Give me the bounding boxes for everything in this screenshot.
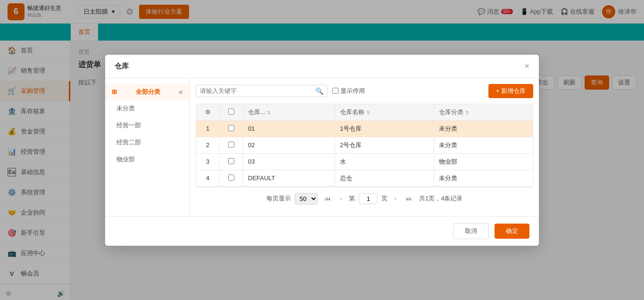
sort-code-icon: ⇅ [267,110,271,115]
sort-name-icon: ⇅ [366,110,370,115]
category-panel: ⊞ 全部分类 « 未分类 经营一部 经营二部 物业部 [105,78,190,216]
next-page-button[interactable]: › [391,194,399,203]
all-categories-button[interactable]: ⊞ 全部分类 « [105,84,190,100]
col-gear: ⚙ [196,104,220,120]
table-wrapper: ⚙ 仓库... ⇅ 仓库名称 ⇅ [196,104,533,187]
cancel-button[interactable]: 取消 [453,223,489,239]
col-code: 仓库... ⇅ [243,104,335,120]
modal-overlay: 仓库 × ⊞ 全部分类 « 未分类 经营一部 经营二部 物业部 [0,0,644,300]
row-code-3: 03 [243,153,335,170]
collapse-icon[interactable]: « [179,88,183,96]
page-input[interactable] [359,193,378,204]
prev-page-button[interactable]: ‹ [338,194,346,203]
row-gear-2: 2 [196,137,220,153]
table-header-row: ⚙ 仓库... ⇅ 仓库名称 ⇅ [196,104,533,120]
row-check-1[interactable] [220,120,243,137]
row-check-4[interactable] [220,170,243,186]
category-item-3[interactable]: 物业部 [105,151,190,168]
warehouse-table: ⚙ 仓库... ⇅ 仓库名称 ⇅ [196,104,533,187]
row-name-1: 1号仓库 [335,120,434,137]
row-name-4: 总仓 [335,170,434,186]
row-code-4: DEFAULT [243,170,335,186]
show-disabled-label[interactable]: 显示停用 [332,87,365,95]
category-item-2[interactable]: 经营二部 [105,134,190,151]
row-code-1: 01 [243,120,335,137]
col-checkbox [220,104,243,120]
table-row[interactable]: 1 01 1号仓库 未分类 [196,120,533,137]
row-name-2: 2号仓库 [335,137,434,153]
show-disabled-checkbox[interactable] [332,88,339,94]
modal-footer: 取消 确定 [105,216,539,246]
row-name-3: 水 [335,153,434,170]
sort-category-icon: ⇅ [465,110,469,115]
row-category-2: 未分类 [434,137,533,153]
select-all-checkbox[interactable] [228,108,234,115]
col-category: 仓库分类 ⇅ [434,104,533,120]
table-panel: 🔍 显示停用 + 新增仓库 ⚙ [190,78,539,216]
col-name: 仓库名称 ⇅ [335,104,434,120]
row-gear-1: 1 [196,120,220,137]
table-row[interactable]: 3 03 水 物业部 [196,153,533,170]
add-warehouse-button[interactable]: + 新增仓库 [488,84,533,98]
modal-body: ⊞ 全部分类 « 未分类 经营一部 经营二部 物业部 🔍 [105,78,539,216]
category-item-0[interactable]: 未分类 [105,100,190,117]
row-check-2[interactable] [220,137,243,153]
table-row[interactable]: 2 02 2号仓库 未分类 [196,137,533,153]
table-toolbar: 🔍 显示停用 + 新增仓库 [196,84,533,98]
modal-title: 仓库 [115,62,129,71]
pagination: 每页显示 50 ⏮ ‹ 第 页 › ⏭ 共1页，4条记录 [196,187,533,210]
search-input-wrap: 🔍 [196,85,328,97]
row-gear-4: 4 [196,170,220,186]
row-code-2: 02 [243,137,335,153]
confirm-button[interactable]: 确定 [495,224,529,239]
table-row[interactable]: 4 DEFAULT 总仓 未分类 [196,170,533,186]
search-input[interactable] [200,87,315,94]
row-check-3[interactable] [220,153,243,170]
first-page-button[interactable]: ⏮ [322,194,334,203]
warehouse-modal: 仓库 × ⊞ 全部分类 « 未分类 经营一部 经营二部 物业部 [105,55,539,246]
row-category-4: 未分类 [434,170,533,186]
row-gear-3: 3 [196,153,220,170]
grid-icon: ⊞ [112,88,117,95]
category-item-1[interactable]: 经营一部 [105,117,190,134]
row-category-3: 物业部 [434,153,533,170]
row-category-1: 未分类 [434,120,533,137]
last-page-button[interactable]: ⏭ [403,194,415,203]
search-icon: 🔍 [315,87,323,95]
modal-close-button[interactable]: × [524,61,529,71]
per-page-select[interactable]: 50 [295,193,318,205]
modal-header: 仓库 × [105,55,539,78]
